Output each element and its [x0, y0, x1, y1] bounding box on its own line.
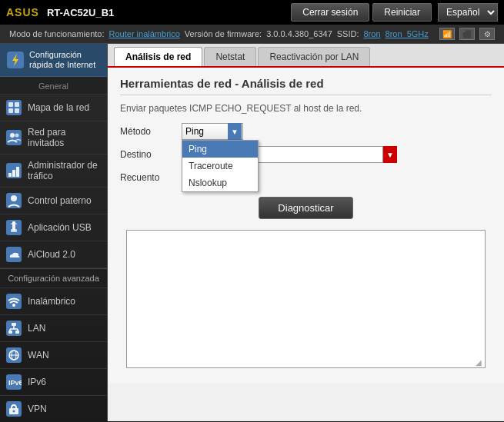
ipv6-icon: IPv6 — [6, 374, 22, 390]
output-area: ◢ — [126, 230, 486, 368]
tabs: Análisis de red Netstat Reactivación por… — [108, 44, 504, 68]
method-option-ping[interactable]: Ping — [182, 141, 258, 158]
tab-analisis-red[interactable]: Análisis de red — [114, 47, 202, 66]
svg-point-8 — [10, 133, 15, 138]
signal-icon[interactable]: 📶 — [439, 28, 455, 40]
header: ASUS RT-AC52U_B1 Cerrar sesión Reiniciar… — [0, 0, 504, 25]
general-section: General — [0, 77, 107, 95]
main-layout: Configuraciónrápida de Internet General … — [0, 44, 504, 421]
svg-point-15 — [11, 195, 17, 201]
ssid-value-1[interactable]: 8ron — [364, 29, 381, 38]
destination-label: Destino — [120, 149, 182, 160]
method-current-value: Ping — [182, 124, 242, 139]
ssid-label: SSID: — [337, 29, 359, 38]
mapa-red-label: Mapa de la red — [28, 102, 89, 113]
advanced-section: Configuración avanzada — [0, 268, 107, 288]
sidebar-item-aicloud[interactable]: AiCloud 2.0 — [0, 241, 107, 268]
svg-rect-18 — [11, 229, 17, 232]
sidebar-item-red-invitados[interactable]: Red para invitados — [0, 121, 107, 155]
svg-rect-4 — [15, 102, 19, 107]
restart-button[interactable]: Reiniciar — [372, 3, 432, 22]
sidebar-item-app-usb[interactable]: Aplicación USB — [0, 214, 107, 241]
sidebar-item-wan[interactable]: WAN — [0, 342, 107, 369]
parent-icon — [6, 193, 22, 208]
method-dropdown-menu: Ping Traceroute Nslookup — [182, 140, 259, 192]
logo-area: ASUS RT-AC52U_B1 — [6, 6, 114, 18]
sidebar-item-mapa-red[interactable]: Mapa de la red — [0, 95, 107, 121]
lightning-icon — [6, 51, 25, 69]
traffic-icon — [6, 163, 22, 178]
method-row: Método Ping ▼ Ping Traceroute Nslookup — [120, 123, 492, 140]
sidebar-item-quick-config[interactable]: Configuraciónrápida de Internet — [0, 44, 107, 77]
tab-reactivacion-lan[interactable]: Reactivación por LAN — [258, 47, 370, 66]
svg-point-39 — [13, 410, 15, 413]
logout-button[interactable]: Cerrar sesión — [291, 3, 369, 22]
svg-rect-7 — [6, 130, 22, 145]
count-row: Recuento — [120, 169, 492, 186]
ssid-value-2[interactable]: 8ron_5GHz — [386, 29, 429, 38]
sidebar-item-ipv6[interactable]: IPv6 IPv6 — [0, 369, 107, 396]
aicloud-label: AiCloud 2.0 — [28, 249, 75, 260]
sidebar-item-admin-trafico[interactable]: Administrador de tráfico — [0, 155, 107, 188]
sidebar-item-vpn[interactable]: VPN — [0, 396, 107, 421]
svg-rect-24 — [12, 323, 16, 326]
info-bar-right: 📶 ⬛ ⚙ — [439, 28, 495, 40]
lan-icon — [6, 321, 22, 336]
users-icon — [6, 130, 22, 145]
svg-rect-25 — [8, 331, 12, 334]
firmware-label: Versión de firmware: — [185, 29, 262, 38]
page-description: Enviar paquetes ICMP ECHO_REQUEST al hos… — [120, 103, 492, 114]
sidebar-item-control-paterno[interactable]: Control paterno — [0, 188, 107, 214]
svg-rect-6 — [15, 108, 19, 113]
svg-point-22 — [12, 304, 15, 307]
tab-netstat[interactable]: Netstat — [204, 47, 256, 66]
usb-status-icon[interactable]: ⬛ — [459, 28, 475, 40]
diagnose-button[interactable]: Diagnosticar — [259, 197, 352, 219]
resize-handle[interactable]: ◢ — [476, 358, 483, 366]
wifi-icon — [6, 294, 22, 309]
inalambrico-label: Inalámbrico — [28, 296, 75, 307]
mode-label: Modo de funcionamiento: — [9, 29, 105, 38]
wan-label: WAN — [28, 350, 49, 361]
svg-rect-26 — [15, 331, 19, 334]
info-bar: Modo de funcionamiento: Router inalámbri… — [0, 25, 504, 44]
count-label: Recuento — [120, 172, 182, 183]
control-paterno-label: Control paterno — [28, 195, 92, 206]
mode-value[interactable]: Router inalámbrico — [109, 29, 180, 38]
quick-config-label: Configuraciónrápida de Internet — [29, 50, 95, 70]
header-buttons: Cerrar sesión Reiniciar Español — [291, 3, 498, 22]
page-title: Herramientas de red - Análisis de red — [120, 77, 492, 95]
firmware-value: 3.0.0.4.380_6347 — [266, 29, 332, 38]
page-content: Herramientas de red - Análisis de red En… — [108, 68, 504, 384]
svg-rect-11 — [8, 173, 12, 177]
svg-text:IPv6: IPv6 — [8, 379, 22, 387]
language-select[interactable]: Español — [438, 3, 498, 22]
method-dropdown-container: Ping ▼ Ping Traceroute Nslookup — [182, 123, 243, 140]
content-area: Análisis de red Netstat Reactivación por… — [108, 44, 504, 421]
vpn-icon — [6, 401, 22, 417]
svg-rect-12 — [12, 170, 15, 177]
map-icon — [6, 100, 22, 115]
svg-point-9 — [15, 134, 19, 138]
admin-trafico-label: Administrador de tráfico — [28, 160, 101, 181]
svg-rect-3 — [8, 102, 13, 107]
sidebar-item-lan[interactable]: LAN — [0, 315, 107, 342]
app-usb-label: Aplicación USB — [28, 222, 92, 233]
method-option-traceroute[interactable]: Traceroute — [182, 158, 258, 174]
asus-logo: ASUS — [6, 6, 39, 18]
wan-icon — [6, 347, 22, 363]
method-control: Ping ▼ Ping Traceroute Nslookup — [182, 123, 492, 140]
cloud-icon — [6, 247, 22, 262]
settings-icon[interactable]: ⚙ — [479, 28, 495, 40]
output-textarea[interactable] — [127, 231, 485, 367]
lan-label: LAN — [28, 323, 45, 334]
ipv6-label: IPv6 — [28, 377, 46, 387]
destination-dropdown-arrow[interactable]: ▼ — [383, 146, 397, 163]
svg-rect-13 — [16, 167, 19, 177]
svg-rect-2 — [6, 100, 22, 115]
sidebar-item-inalambrico[interactable]: Inalámbrico — [0, 288, 107, 315]
router-model: RT-AC52U_B1 — [47, 7, 114, 18]
method-option-nslookup[interactable]: Nslookup — [182, 174, 258, 191]
method-label: Método — [120, 126, 182, 137]
sidebar: Configuraciónrápida de Internet General … — [0, 44, 108, 421]
